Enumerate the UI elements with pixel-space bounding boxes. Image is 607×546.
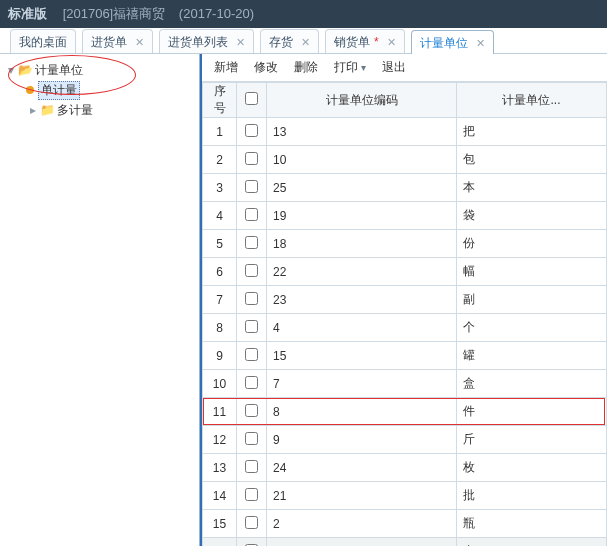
col-seq[interactable]: 序号 <box>203 83 237 118</box>
table-row[interactable]: 113把 <box>203 118 607 146</box>
row-checkbox[interactable] <box>245 460 258 473</box>
row-checkbox[interactable] <box>245 432 258 445</box>
expand-icon[interactable]: ▸ <box>28 103 38 117</box>
col-checkbox[interactable] <box>237 83 267 118</box>
cell-code: 9 <box>267 426 457 454</box>
tree-child-single[interactable]: 单计量 <box>4 80 195 100</box>
dropdown-icon <box>358 60 366 74</box>
row-checkbox[interactable] <box>245 488 258 501</box>
row-checkbox[interactable] <box>245 236 258 249</box>
table-row[interactable]: 419袋 <box>203 202 607 230</box>
col-unit[interactable]: 计量单位... <box>457 83 607 118</box>
sidebar: ▾ 计量单位 单计量 ▸ 多计量 <box>0 54 200 546</box>
col-code[interactable]: 计量单位编码 <box>267 83 457 118</box>
table-row[interactable]: 152瓶 <box>203 510 607 538</box>
row-checkbox[interactable] <box>245 292 258 305</box>
cell-checkbox <box>237 146 267 174</box>
tree-root[interactable]: ▾ 计量单位 <box>4 60 195 80</box>
table-row[interactable]: 107盒 <box>203 370 607 398</box>
star-icon: * <box>374 31 379 53</box>
add-button[interactable]: 新增 <box>208 57 244 78</box>
row-checkbox[interactable] <box>245 320 258 333</box>
select-all-checkbox[interactable] <box>245 92 258 105</box>
cell-checkbox <box>237 286 267 314</box>
account-label: [201706]福禧商贸 <box>63 6 166 21</box>
cell-seq: 5 <box>203 230 237 258</box>
tab-label: 进货单列表 <box>168 31 228 53</box>
table-row[interactable]: 165台 <box>203 538 607 547</box>
cell-unit: 瓶 <box>457 510 607 538</box>
tab-2[interactable]: 进货单列表✕ <box>159 29 254 53</box>
tab-4[interactable]: 销货单*✕ <box>325 29 405 53</box>
print-label: 打印 <box>334 60 358 74</box>
cell-checkbox <box>237 454 267 482</box>
cell-unit: 罐 <box>457 342 607 370</box>
tree-child-single-label: 单计量 <box>38 81 80 100</box>
print-button[interactable]: 打印 <box>328 57 372 78</box>
close-icon[interactable]: ✕ <box>387 31 396 53</box>
bullet-icon <box>26 86 34 94</box>
row-checkbox[interactable] <box>245 516 258 529</box>
table-row[interactable]: 622幅 <box>203 258 607 286</box>
table-row[interactable]: 84个 <box>203 314 607 342</box>
cell-code: 22 <box>267 258 457 286</box>
cell-code: 23 <box>267 286 457 314</box>
table-row[interactable]: 915罐 <box>203 342 607 370</box>
row-checkbox[interactable] <box>245 180 258 193</box>
table-row[interactable]: 1421批 <box>203 482 607 510</box>
cell-unit: 斤 <box>457 426 607 454</box>
tab-0[interactable]: 我的桌面 <box>10 29 76 53</box>
row-checkbox[interactable] <box>245 264 258 277</box>
cell-unit: 件 <box>457 398 607 426</box>
close-icon[interactable]: ✕ <box>301 31 310 53</box>
cell-unit: 盒 <box>457 370 607 398</box>
cell-code: 19 <box>267 202 457 230</box>
edit-button[interactable]: 修改 <box>248 57 284 78</box>
tab-3[interactable]: 存货✕ <box>260 29 319 53</box>
table-row[interactable]: 118件 <box>203 398 607 426</box>
cell-seq: 6 <box>203 258 237 286</box>
table-row[interactable]: 210包 <box>203 146 607 174</box>
row-checkbox[interactable] <box>245 124 258 137</box>
cell-seq: 3 <box>203 174 237 202</box>
cell-checkbox <box>237 510 267 538</box>
cell-checkbox <box>237 202 267 230</box>
close-icon[interactable]: ✕ <box>476 32 485 54</box>
cell-checkbox <box>237 370 267 398</box>
delete-button[interactable]: 删除 <box>288 57 324 78</box>
tree-root-label: 计量单位 <box>35 62 83 79</box>
cell-code: 10 <box>267 146 457 174</box>
cell-seq: 9 <box>203 342 237 370</box>
cell-checkbox <box>237 174 267 202</box>
table-row[interactable]: 325本 <box>203 174 607 202</box>
tree-child-multi[interactable]: ▸ 多计量 <box>4 100 195 120</box>
close-icon[interactable]: ✕ <box>135 31 144 53</box>
cell-code: 8 <box>267 398 457 426</box>
cell-code: 4 <box>267 314 457 342</box>
cell-unit: 个 <box>457 314 607 342</box>
content: 新增 修改 删除 打印 退出 序号 计量单位编码 计量单位... 113把210… <box>200 54 607 546</box>
exit-button[interactable]: 退出 <box>376 57 412 78</box>
row-checkbox[interactable] <box>245 404 258 417</box>
table-row[interactable]: 129斤 <box>203 426 607 454</box>
cell-unit: 台 <box>457 538 607 547</box>
cell-unit: 份 <box>457 230 607 258</box>
row-checkbox[interactable] <box>245 348 258 361</box>
collapse-icon[interactable]: ▾ <box>6 63 16 77</box>
unit-table: 序号 计量单位编码 计量单位... 113把210包325本419袋518份62… <box>202 82 607 546</box>
table-row[interactable]: 723副 <box>203 286 607 314</box>
row-checkbox[interactable] <box>245 208 258 221</box>
table-row[interactable]: 518份 <box>203 230 607 258</box>
cell-code: 2 <box>267 510 457 538</box>
row-checkbox[interactable] <box>245 152 258 165</box>
cell-seq: 2 <box>203 146 237 174</box>
close-icon[interactable]: ✕ <box>236 31 245 53</box>
tab-1[interactable]: 进货单✕ <box>82 29 153 53</box>
tab-5[interactable]: 计量单位✕ <box>411 30 494 54</box>
cell-code: 24 <box>267 454 457 482</box>
cell-checkbox <box>237 342 267 370</box>
cell-checkbox <box>237 538 267 547</box>
row-checkbox[interactable] <box>245 376 258 389</box>
table-row[interactable]: 1324枚 <box>203 454 607 482</box>
cell-seq: 10 <box>203 370 237 398</box>
